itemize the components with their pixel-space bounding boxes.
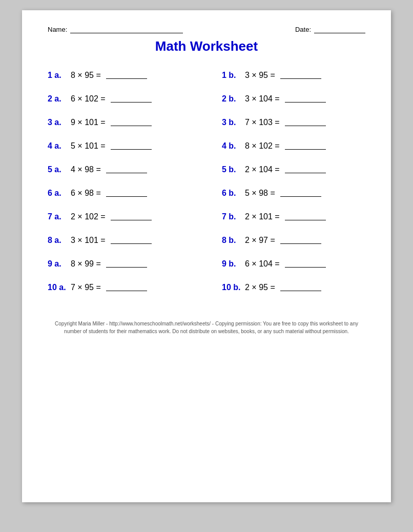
- problem-row: 10 b. 2 × 95 =: [206, 276, 365, 299]
- problem-label-b: 2 b.: [222, 94, 245, 104]
- problem-expr-a: 3 × 101 =: [71, 236, 152, 245]
- name-line: [70, 26, 183, 33]
- problem-label-b: 4 b.: [222, 141, 245, 151]
- problem-row: 3 a. 9 × 101 =: [48, 111, 206, 134]
- answer-line: [280, 72, 321, 79]
- answer-line: [280, 190, 321, 197]
- problem-label-a: 1 a.: [48, 71, 71, 80]
- problem-row: 5 b. 2 × 104 =: [206, 158, 365, 181]
- problem-expr-b: 2 × 95 =: [245, 283, 321, 292]
- footer-text: Copyright Maria Miller - http://www.home…: [48, 315, 365, 335]
- name-date-row: Name: Date:: [48, 26, 365, 33]
- answer-line: [106, 190, 147, 197]
- problem-row: 3 b. 7 × 103 =: [206, 111, 365, 134]
- answer-line: [285, 142, 326, 150]
- problem-row: 7 a. 2 × 102 =: [48, 205, 206, 229]
- problem-expr-a: 5 × 101 =: [71, 141, 152, 151]
- problem-expr-b: 2 × 104 =: [245, 165, 326, 174]
- date-field: Date:: [295, 26, 365, 33]
- problem-expr-a: 8 × 95 =: [71, 71, 147, 80]
- problem-expr-a: 7 × 95 =: [71, 283, 147, 292]
- answer-line: [111, 213, 152, 220]
- problem-expr-b: 7 × 103 =: [245, 118, 326, 127]
- answer-line: [106, 284, 147, 291]
- answer-line: [106, 260, 147, 268]
- problem-label-a: 5 a.: [48, 165, 71, 174]
- problem-label-b: 6 b.: [222, 189, 245, 198]
- problem-row: 10 a. 7 × 95 =: [48, 276, 206, 299]
- problem-label-b: 10 b.: [222, 283, 245, 292]
- problem-row: 7 b. 2 × 101 =: [206, 205, 365, 229]
- problem-row: 4 a. 5 × 101 =: [48, 134, 206, 158]
- answer-line: [285, 95, 326, 103]
- problems-grid: 1 a. 8 × 95 = 1 b. 3 × 95 = 2 a. 6 × 102…: [48, 64, 365, 299]
- answer-line: [111, 142, 152, 150]
- problem-expr-b: 8 × 102 =: [245, 141, 326, 151]
- problem-row: 5 a. 4 × 98 =: [48, 158, 206, 181]
- date-label: Date:: [295, 26, 311, 33]
- page-title: Math Worksheet: [48, 38, 365, 54]
- problem-row: 1 b. 3 × 95 =: [206, 64, 365, 87]
- answer-line: [106, 166, 147, 173]
- problem-row: 6 b. 5 × 98 =: [206, 181, 365, 205]
- problem-expr-a: 9 × 101 =: [71, 118, 152, 127]
- problem-label-b: 8 b.: [222, 236, 245, 245]
- problem-expr-a: 8 × 99 =: [71, 259, 147, 269]
- problem-label-a: 6 a.: [48, 189, 71, 198]
- problem-expr-a: 4 × 98 =: [71, 165, 147, 174]
- problem-expr-a: 6 × 98 =: [71, 189, 147, 198]
- problem-label-b: 5 b.: [222, 165, 245, 174]
- problem-row: 4 b. 8 × 102 =: [206, 134, 365, 158]
- problem-expr-b: 5 × 98 =: [245, 189, 321, 198]
- answer-line: [111, 237, 152, 244]
- problem-row: 8 b. 2 × 97 =: [206, 229, 365, 252]
- answer-line: [106, 72, 147, 79]
- problem-row: 2 a. 6 × 102 =: [48, 87, 206, 111]
- name-field: Name:: [48, 26, 183, 33]
- problem-expr-b: 2 × 97 =: [245, 236, 321, 245]
- answer-line: [285, 260, 326, 268]
- problem-expr-b: 6 × 104 =: [245, 259, 326, 269]
- problem-row: 8 a. 3 × 101 =: [48, 229, 206, 252]
- date-line: [314, 26, 365, 33]
- problem-label-a: 4 a.: [48, 141, 71, 151]
- problem-label-b: 7 b.: [222, 212, 245, 221]
- problem-row: 9 b. 6 × 104 =: [206, 252, 365, 276]
- answer-line: [280, 237, 321, 244]
- problem-label-b: 3 b.: [222, 118, 245, 127]
- problem-expr-b: 3 × 95 =: [245, 71, 321, 80]
- problem-expr-a: 6 × 102 =: [71, 94, 152, 104]
- problem-row: 6 a. 6 × 98 =: [48, 181, 206, 205]
- problem-row: 1 a. 8 × 95 =: [48, 64, 206, 87]
- problem-expr-b: 2 × 101 =: [245, 212, 326, 221]
- answer-line: [280, 284, 321, 291]
- problem-label-a: 8 a.: [48, 236, 71, 245]
- problem-row: 9 a. 8 × 99 =: [48, 252, 206, 276]
- problem-label-a: 3 a.: [48, 118, 71, 127]
- name-label: Name:: [48, 26, 67, 33]
- answer-line: [285, 213, 326, 220]
- answer-line: [285, 166, 326, 173]
- problem-row: 2 b. 3 × 104 =: [206, 87, 365, 111]
- problem-expr-a: 2 × 102 =: [71, 212, 152, 221]
- problem-label-b: 1 b.: [222, 71, 245, 80]
- problem-label-a: 9 a.: [48, 259, 71, 269]
- worksheet-page: Name: Date: Math Worksheet 1 a. 8 × 95 =…: [22, 10, 391, 502]
- problem-label-a: 2 a.: [48, 94, 71, 104]
- problem-label-b: 9 b.: [222, 259, 245, 269]
- problem-label-a: 7 a.: [48, 212, 71, 221]
- answer-line: [111, 119, 152, 126]
- answer-line: [285, 119, 326, 126]
- problem-label-a: 10 a.: [48, 283, 71, 292]
- problem-expr-b: 3 × 104 =: [245, 94, 326, 104]
- answer-line: [111, 95, 152, 103]
